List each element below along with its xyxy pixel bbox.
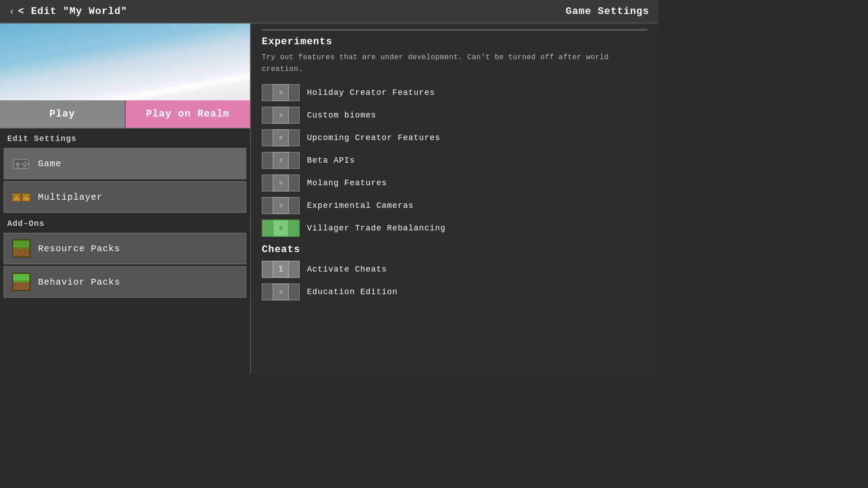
back-arrow-icon[interactable]: ‹ [9, 6, 14, 17]
toggle-right [289, 152, 300, 169]
experiments-heading: Experiments [262, 36, 647, 47]
svg-rect-30 [14, 283, 16, 285]
world-preview [0, 23, 250, 100]
svg-point-10 [17, 165, 19, 168]
toggle-activate-cheats: I Activate Cheats [262, 261, 647, 278]
toggle-left [262, 220, 273, 237]
toggle-right [289, 174, 300, 192]
toggle-knob: O [273, 107, 289, 124]
toggle-knob: O [273, 129, 289, 146]
toggle-upcoming-creator-label: Upcoming Creator Features [307, 133, 440, 142]
play-button[interactable]: Play [0, 100, 126, 128]
svg-rect-17 [25, 197, 27, 198]
toggle-left [262, 129, 273, 146]
svg-rect-20 [13, 247, 30, 249]
toggle-knob: I [273, 261, 289, 278]
toggle-beta-apis: O Beta APIs [262, 152, 647, 169]
action-buttons: Play Play on Realm [0, 100, 250, 129]
svg-point-11 [23, 165, 26, 168]
toggle-molang-label: Molang Features [307, 178, 387, 188]
header: ‹ < Edit "My World" Game Settings [0, 0, 658, 23]
svg-rect-31 [20, 284, 22, 286]
sidebar-item-resource-packs[interactable]: Resource Packs [4, 233, 246, 264]
settings-title: Game Settings [566, 6, 649, 17]
toggle-left [262, 283, 273, 300]
toggle-left [262, 152, 273, 169]
toggle-molang: O Molang Features [262, 174, 647, 192]
toggle-knob: O [273, 220, 289, 237]
toggle-villager-trade-label: Villager Trade Rebalancing [307, 224, 446, 233]
edit-settings-label: Edit Settings [0, 129, 250, 147]
toggle-custom-biomes-widget[interactable]: O [262, 107, 300, 124]
toggle-experimental-cameras-widget[interactable]: O [262, 197, 300, 214]
main-container: Play Play on Realm Edit Settings [0, 23, 658, 374]
behavior-packs-icon [12, 272, 31, 291]
game-controller-icon [12, 154, 31, 173]
svg-rect-21 [14, 250, 16, 252]
sidebar-item-game[interactable]: Game [4, 148, 246, 179]
svg-rect-8 [20, 163, 21, 164]
svg-rect-14 [15, 197, 18, 198]
toggle-right [289, 283, 300, 300]
svg-rect-27 [13, 273, 30, 281]
sidebar-item-behavior-packs[interactable]: Behavior Packs [4, 266, 246, 298]
toggle-activate-cheats-widget[interactable]: I [262, 261, 300, 278]
behavior-packs-label: Behavior Packs [38, 277, 120, 287]
toggle-custom-biomes-label: Custom biomes [307, 111, 376, 120]
toggle-right [289, 197, 300, 214]
toggle-right [289, 107, 300, 124]
toggle-holiday-creator-widget[interactable]: O [262, 84, 300, 101]
svg-rect-32 [25, 283, 27, 285]
toggle-custom-biomes: O Custom biomes [262, 107, 647, 124]
toggle-education-edition-label: Education Edition [307, 287, 398, 296]
game-label: Game [38, 159, 61, 169]
toggle-villager-trade-widget[interactable]: O [262, 220, 300, 237]
world-preview-image [0, 23, 250, 100]
header-left: ‹ < Edit "My World" [9, 6, 127, 17]
toggle-beta-apis-label: Beta APIs [307, 156, 355, 165]
toggle-holiday-creator-label: Holiday Creator Features [307, 88, 435, 97]
svg-rect-2 [15, 163, 17, 165]
toggle-upcoming-creator: O Upcoming Creator Features [262, 129, 647, 146]
svg-rect-22 [19, 252, 21, 253]
toggle-knob: O [273, 84, 289, 101]
svg-point-5 [27, 163, 29, 165]
toggle-knob: O [273, 283, 289, 300]
toggle-activate-cheats-label: Activate Cheats [307, 265, 387, 274]
toggle-knob: O [273, 174, 289, 192]
toggle-left [262, 261, 273, 278]
toggle-knob: O [273, 197, 289, 214]
multiplayer-label: Multiplayer [38, 192, 103, 202]
toggle-beta-apis-widget[interactable]: O [262, 152, 300, 169]
multiplayer-icon [12, 188, 31, 206]
svg-rect-25 [23, 254, 24, 256]
toggle-right [289, 129, 300, 146]
toggle-knob: O [273, 152, 289, 169]
toggle-education-edition: O Education Edition [262, 283, 647, 300]
addons-label: Add-Ons [0, 214, 250, 232]
toggle-experimental-cameras: O Experimental Cameras [262, 197, 647, 214]
toggle-left [262, 174, 273, 192]
toggle-education-edition-widget[interactable]: O [262, 283, 300, 300]
toggle-molang-widget[interactable]: O [262, 174, 300, 192]
svg-rect-9 [22, 163, 23, 164]
svg-rect-34 [24, 287, 25, 289]
page-title[interactable]: < Edit "My World" [18, 6, 127, 17]
svg-rect-18 [13, 240, 30, 247]
play-on-realm-button[interactable]: Play on Realm [126, 100, 250, 128]
scroll-indicator [262, 29, 647, 31]
left-panel: Play Play on Realm Edit Settings [0, 23, 251, 374]
cheats-heading: Cheats [262, 244, 647, 255]
svg-rect-23 [24, 250, 26, 252]
svg-rect-24 [16, 254, 18, 256]
toggle-left [262, 197, 273, 214]
sidebar-item-multiplayer[interactable]: Multiplayer [4, 181, 246, 213]
toggle-left [262, 84, 273, 101]
toggle-upcoming-creator-widget[interactable]: O [262, 129, 300, 146]
toggle-left [262, 107, 273, 124]
toggle-right [289, 84, 300, 101]
toggle-holiday-creator: O Holiday Creator Features [262, 84, 647, 101]
resource-packs-label: Resource Packs [38, 244, 120, 254]
svg-rect-29 [13, 281, 30, 282]
svg-point-4 [24, 161, 27, 164]
